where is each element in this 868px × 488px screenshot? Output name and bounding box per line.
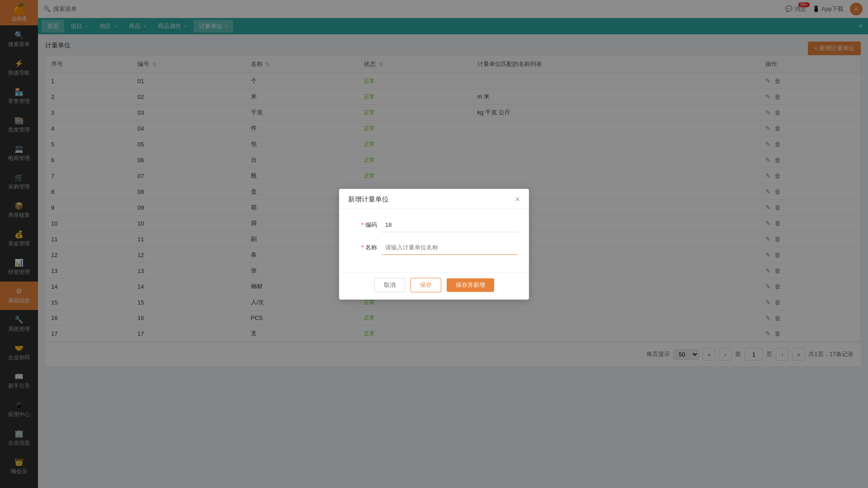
name-input[interactable]	[382, 240, 518, 255]
save-button[interactable]: 保存	[410, 278, 441, 292]
dialog-footer: 取消 保存 保存并新增	[339, 272, 529, 300]
add-unit-dialog: 新增计量单位 × 编码 名称 取消 保存 保存并新增	[339, 189, 529, 300]
form-row-code: 编码	[350, 218, 518, 232]
dialog-body: 编码 名称	[339, 209, 529, 272]
dialog-close-button[interactable]: ×	[515, 195, 520, 203]
name-label: 名称	[350, 244, 377, 252]
form-row-name: 名称	[350, 240, 518, 255]
code-input[interactable]	[382, 218, 518, 232]
cancel-button[interactable]: 取消	[374, 278, 405, 292]
save-and-new-button[interactable]: 保存并新增	[447, 278, 494, 292]
dialog-header: 新增计量单位 ×	[339, 189, 529, 209]
code-label: 编码	[350, 221, 377, 229]
dialog-title: 新增计量单位	[348, 195, 389, 204]
modal-overlay[interactable]: 新增计量单位 × 编码 名称 取消 保存 保存并新增	[0, 0, 868, 488]
